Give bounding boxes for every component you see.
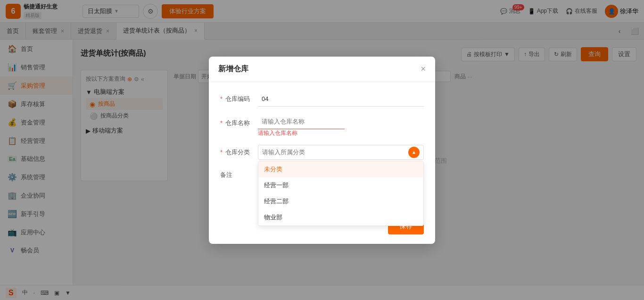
category-toggle-btn[interactable]: ▲ [408, 147, 420, 158]
category-input-row: ▲ [258, 145, 424, 160]
category-label: * 仓库分类 [220, 145, 258, 157]
modal-header: 新增仓库 × [209, 57, 435, 82]
category-input[interactable] [262, 149, 408, 156]
code-input[interactable] [258, 92, 424, 107]
dropdown-item-dept2[interactable]: 经营二部 [258, 193, 423, 209]
category-select-wrapper: ▲ 未分类 经营一部 经营二部 物业部 [258, 145, 424, 160]
cat-required: * [220, 149, 223, 156]
add-warehouse-modal: 新增仓库 × * 仓库编码 * 仓库名称 [209, 57, 435, 244]
name-error-msg: 请输入仓库名称 [258, 130, 297, 136]
modal-title: 新增仓库 [218, 64, 248, 74]
dropdown-item-dept3[interactable]: 物业部 [258, 209, 423, 225]
code-required: * [220, 95, 223, 102]
modal-body: * 仓库编码 * 仓库名称 请输入仓库名称 [209, 82, 435, 213]
remark-label: 备注 [220, 167, 258, 179]
modal-overlay: 新增仓库 × * 仓库编码 * 仓库名称 [0, 0, 644, 300]
dropdown-item-none[interactable]: 未分类 [258, 161, 423, 177]
code-label: * 仓库编码 [220, 92, 258, 103]
dropdown-item-dept1[interactable]: 经营一部 [258, 177, 423, 193]
name-error-area: 请输入仓库名称 [258, 129, 297, 137]
name-label: * 仓库名称 [220, 116, 258, 127]
name-input[interactable] [258, 114, 345, 129]
category-dropdown: 未分类 经营一部 经营二部 物业部 [258, 161, 424, 226]
form-row-category: * 仓库分类 ▲ 未分类 经营一部 经营二部 物业部 [220, 145, 424, 160]
form-row-code: * 仓库编码 [220, 92, 424, 107]
form-row-name: * 仓库名称 请输入仓库名称 [220, 114, 424, 137]
modal-close-button[interactable]: × [421, 64, 426, 74]
name-required: * [220, 119, 223, 126]
